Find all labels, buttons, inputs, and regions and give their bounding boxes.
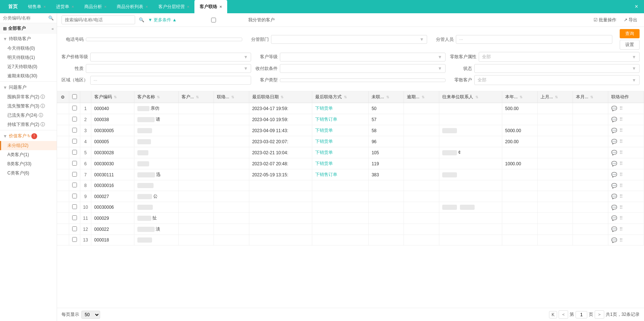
more-action-icon[interactable]: ⠿ [619, 161, 623, 166]
this-month-column-header[interactable]: 本月... ⇅ [573, 91, 608, 103]
my-customers-filter[interactable]: 我分管的客户 [180, 17, 275, 23]
page-size-select[interactable]: 50 100 200 [81, 311, 100, 319]
phone-action-icon[interactable]: 💬 [611, 128, 617, 133]
pending-contact-group[interactable]: ▼ 待联络客户 [0, 34, 57, 44]
phone-action-icon[interactable]: 💬 [611, 194, 617, 199]
row-checkbox[interactable] [72, 139, 77, 144]
row-method-cell[interactable]: 下销货单 [312, 103, 369, 114]
sidebar-item-declining[interactable]: 持续下滑客户(2) ⓘ [0, 120, 57, 129]
row-checkbox-cell[interactable] [69, 125, 80, 136]
tab-goods-analysis[interactable]: 商品分析 × [79, 0, 112, 13]
row-checkbox-cell[interactable] [69, 224, 80, 235]
dept-input[interactable]: ▼ [271, 35, 427, 44]
tab-goods-analysis-list[interactable]: 商品分析列表 × [112, 0, 153, 13]
row-checkbox-cell[interactable] [69, 191, 80, 202]
more-action-icon[interactable]: ⠿ [619, 172, 623, 177]
status-input[interactable]: ▼ [474, 64, 640, 73]
row-method-cell[interactable]: 下销货单 [312, 136, 369, 147]
row-checkbox[interactable] [72, 161, 77, 166]
this-year-column-header[interactable]: 本年... ⇅ [502, 91, 537, 103]
contact-method-link[interactable]: 下销货单 [315, 139, 333, 144]
no-contact-column-header[interactable]: 未联... ⇅ [369, 91, 404, 103]
phone-action-icon[interactable]: 💬 [611, 106, 617, 111]
row-checkbox[interactable] [72, 194, 77, 198]
phone-action-icon[interactable]: 💬 [611, 150, 617, 155]
close-customer-tier-tab[interactable]: × [187, 4, 189, 9]
row-checkbox-cell[interactable] [69, 103, 80, 114]
contact-column-header[interactable]: 联络... ⇅ [214, 91, 249, 103]
sidebar-item-hoarding-abnormal[interactable]: 囤购异常客户(2) ⓘ [0, 92, 57, 102]
more-action-icon[interactable]: ⠿ [619, 150, 623, 155]
contact-method-link[interactable]: 下销货单 [315, 150, 333, 155]
tab-home[interactable]: 首页 [3, 0, 23, 13]
row-checkbox-cell[interactable] [69, 180, 80, 191]
sidebar-item-ungrouped[interactable]: 未分组(32) [0, 141, 57, 150]
query-button[interactable]: 查询 [620, 29, 640, 38]
phone-action-icon[interactable]: 💬 [611, 215, 617, 221]
customer-level-input[interactable]: ▼ [280, 53, 445, 61]
sidebar-item-class-b[interactable]: B类客户(33) [0, 159, 57, 169]
checkbox-column-header[interactable] [69, 91, 80, 103]
sidebar-search-icon[interactable]: 🔍 [48, 15, 54, 21]
contacts-column-header[interactable]: 往来单位联系人 ⇅ [439, 91, 502, 103]
export-button[interactable]: ↗ 导出 [622, 16, 640, 24]
sidebar-item-class-a[interactable]: A类客户(1) [0, 150, 57, 159]
phone-action-icon[interactable]: 💬 [611, 205, 617, 210]
phone-action-icon[interactable]: 💬 [611, 172, 617, 177]
code-column-header[interactable]: 客户编码 ⇅ [91, 91, 134, 103]
retail-customer-input[interactable]: 全部 ▼ [474, 75, 640, 85]
tab-customer-contact[interactable]: 客户联络 × [194, 0, 227, 13]
close-customer-contact-tab[interactable]: × [219, 4, 222, 9]
close-purchase-tab[interactable]: × [71, 4, 74, 9]
close-sales-tab[interactable]: × [43, 4, 46, 9]
close-goods-analysis-list-tab[interactable]: × [145, 4, 148, 9]
phone-action-icon[interactable]: 💬 [611, 117, 617, 122]
sidebar-item-today-pending[interactable]: 今天待联络(0) [0, 44, 57, 53]
sidebar-item-overdue-contact[interactable]: 逾期未联络(30) [0, 71, 57, 81]
row-checkbox-cell[interactable] [69, 202, 80, 213]
page-number-input[interactable] [576, 311, 587, 318]
sidebar-item-churn-warning[interactable]: 流失预警客户(3) ⓘ [0, 102, 57, 111]
retail-attr-input[interactable]: 全部 ▼ [479, 52, 640, 62]
tab-sales[interactable]: 销售单 × [23, 0, 51, 13]
phone-action-icon[interactable]: 💬 [611, 183, 617, 188]
contact-method-link[interactable]: 下销售订单 [315, 172, 337, 177]
my-customers-checkbox[interactable] [180, 18, 247, 22]
category-search-input[interactable] [3, 15, 47, 21]
tab-purchase[interactable]: 进货单 × [51, 0, 79, 13]
more-conditions-button[interactable]: ▼ 更多条件 ▲ [148, 17, 177, 23]
refresh-icon[interactable]: ↻ [27, 134, 31, 138]
contact-method-link[interactable]: 下销货单 [315, 128, 333, 133]
close-window-button[interactable]: × [632, 3, 641, 10]
row-checkbox[interactable] [72, 106, 77, 110]
sidebar-item-churned[interactable]: 已流失客户(24) ⓘ [0, 111, 57, 120]
sidebar-item-class-c[interactable]: C类客户(6) [0, 169, 57, 178]
name-column-header[interactable]: 客户名称 ⇅ [134, 91, 178, 103]
overdue-column-header[interactable]: 逾期... ⇅ [404, 91, 439, 103]
type-column-header[interactable]: 客户... ⇅ [178, 91, 214, 103]
row-checkbox[interactable] [72, 128, 77, 133]
more-action-icon[interactable]: ⠿ [619, 226, 623, 232]
next-page-button[interactable]: ＞ [595, 310, 604, 319]
sidebar-item-7days-pending[interactable]: 近7天待联络(0) [0, 62, 57, 71]
row-checkbox[interactable] [72, 172, 77, 177]
phone-action-icon[interactable]: 💬 [611, 237, 617, 243]
region-input[interactable]: ··· [90, 76, 251, 85]
row-method-cell[interactable]: 下销货单 [312, 158, 369, 169]
more-action-icon[interactable]: ⠿ [619, 106, 623, 111]
sidebar-item-tomorrow-pending[interactable]: 明天待联络(1) [0, 53, 57, 62]
more-action-icon[interactable]: ⠿ [619, 194, 623, 199]
row-checkbox[interactable] [72, 215, 77, 220]
more-action-icon[interactable]: ⠿ [619, 183, 623, 188]
row-checkbox-cell[interactable] [69, 213, 80, 224]
more-action-icon[interactable]: ⠿ [619, 215, 623, 221]
value-customers-group[interactable]: ▼ 价值客户 ↻ ! [0, 131, 57, 141]
phone-action-icon[interactable]: 💬 [611, 161, 617, 166]
more-action-icon[interactable]: ⠿ [619, 205, 623, 210]
last-month-column-header[interactable]: 上月... ⇅ [537, 91, 573, 103]
reset-button[interactable]: 设置 [620, 40, 640, 50]
last-contact-method-column-header[interactable]: 最后联络方式 ⇅ [312, 91, 369, 103]
row-method-cell[interactable]: 下销售订单 [312, 169, 369, 180]
row-checkbox[interactable] [72, 226, 77, 231]
problem-customers-group[interactable]: ▼ 问题客户 [0, 82, 57, 92]
